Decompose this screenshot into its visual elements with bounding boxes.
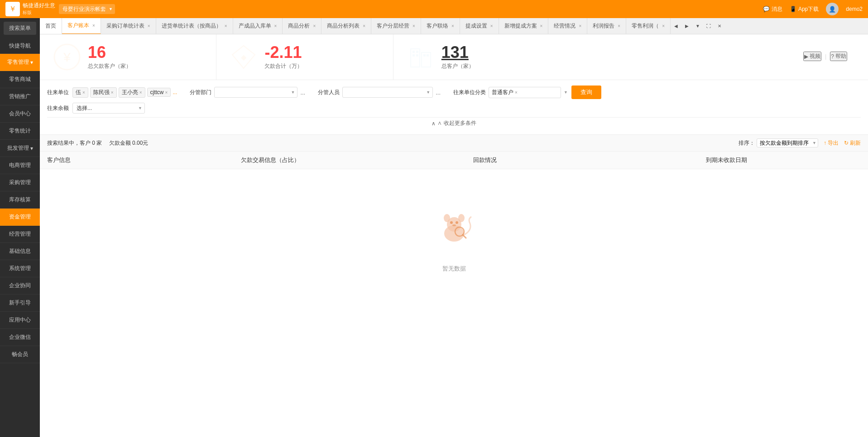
sidebar-item-retail-mall[interactable]: 零售商城 — [0, 71, 40, 88]
dept-select-wrap — [214, 87, 297, 98]
export-button[interactable]: ↑ 导出 — [824, 139, 839, 147]
tab-close-profit-report[interactable]: × — [618, 24, 620, 28]
app-download-button[interactable]: 📱 App下载 — [790, 5, 819, 13]
tab-product-analysis[interactable]: 商品分析 × — [283, 18, 321, 34]
collapse-button[interactable]: ∧ ∧ 收起更多条件 — [47, 118, 861, 129]
sidebar-label-retail-mgmt: 零售管理 — [7, 58, 29, 66]
tab-close-operation-status[interactable]: × — [579, 24, 581, 28]
sidebar-item-retail-stats[interactable]: 零售统计 — [0, 123, 40, 140]
balance-select[interactable]: 选择... — [72, 103, 145, 114]
tab-close-improve-settings[interactable]: × — [490, 24, 493, 28]
sort-select[interactable]: 按欠款金额到期排序 — [757, 138, 818, 147]
logo-icon: ￥ — [5, 2, 20, 16]
tab-profit-report[interactable]: 利润报告 × — [587, 18, 626, 34]
video-help-button[interactable]: ▶ 视频 — [803, 52, 821, 61]
tab-close-product-analysis[interactable]: × — [313, 24, 316, 28]
empty-text: 暂无数据 — [442, 265, 466, 273]
tab-improve-settings[interactable]: 提成设置 × — [460, 18, 499, 34]
messages-button[interactable]: 💬 消息 — [763, 5, 782, 13]
sidebar-item-newbie[interactable]: 新手引导 — [0, 294, 40, 312]
sidebar-item-finance[interactable]: 资金管理 — [0, 209, 40, 226]
sidebar-item-operation[interactable]: 经营管理 — [0, 226, 40, 243]
person-dots[interactable]: ... — [436, 89, 441, 96]
tab-close-customer-balance[interactable]: × — [92, 23, 95, 28]
sidebar-item-wholesale-mgmt[interactable]: 批发管理 ▾ — [0, 140, 40, 157]
tab-nav-menu[interactable]: ▼ — [692, 18, 703, 34]
tab-product-inbound[interactable]: 产成品入库单 × — [233, 18, 283, 34]
tab-fullscreen[interactable]: ⛶ — [703, 18, 714, 34]
collapse-arrow-icon: ∧ — [432, 120, 436, 127]
tab-close-all[interactable]: ✕ — [714, 18, 725, 34]
top-bar-left: ￥ 畅捷通好生意 标版 母婴行业演示帐套 — [5, 2, 115, 16]
tab-operation-status[interactable]: 经营情况 × — [548, 18, 587, 34]
sidebar-item-member-center[interactable]: 会员中心 — [0, 105, 40, 123]
tab-customer-contact[interactable]: 客户联络 × — [421, 18, 460, 34]
tab-close-purchase[interactable]: × — [148, 24, 150, 28]
tab-customer-segment[interactable]: 客户分层经营 × — [371, 18, 421, 34]
sidebar-item-membership[interactable]: 畅会员 — [0, 346, 40, 363]
query-button[interactable]: 查询 — [571, 86, 601, 99]
tab-nav-left[interactable]: ◀ — [671, 18, 681, 34]
filter-more-units[interactable]: ... — [173, 89, 177, 95]
tab-close-retail-profit[interactable]: × — [662, 24, 665, 28]
tab-label-product-analysis-list: 商品分析列表 — [327, 22, 360, 30]
tab-close-product-inbound[interactable]: × — [274, 24, 277, 28]
sidebar-item-purchase[interactable]: 采购管理 — [0, 174, 40, 191]
tab-nav-right[interactable]: ▶ — [681, 18, 692, 34]
category-select-arrow[interactable]: ▼ — [564, 90, 568, 95]
tab-product-analysis-list[interactable]: 商品分析列表 × — [321, 18, 371, 34]
tab-close-customer-contact[interactable]: × — [451, 24, 454, 28]
sidebar-item-retail-mgmt[interactable]: 零售管理 ▾ — [0, 54, 40, 71]
yuan-icon: ¥ — [53, 43, 81, 71]
tab-close-inbound[interactable]: × — [225, 24, 227, 28]
unit-label: 往来单位 — [47, 89, 69, 96]
tab-label-product-inbound: 产成品入库单 — [239, 22, 271, 30]
svg-rect-7 — [416, 51, 418, 53]
empty-state: 暂无数据 — [40, 169, 868, 309]
tab-new-improve[interactable]: 新增提成方案 × — [499, 18, 549, 34]
help-button[interactable]: ? 帮助 — [830, 52, 847, 61]
svg-point-18 — [458, 214, 465, 222]
tab-home[interactable]: 首页 — [40, 18, 62, 34]
tab-inbound-stats[interactable]: 进货单统计表（按商品） × — [156, 18, 233, 34]
filter-tag-cat-1-close[interactable]: × — [515, 90, 518, 95]
col-header-repay-info: 回款情况 — [473, 156, 705, 164]
all-customers-number: 131 — [441, 44, 474, 61]
sidebar-search-area: 搜索菜单 — [0, 18, 40, 38]
refresh-button[interactable]: ↻ 刷新 — [844, 139, 861, 147]
tab-close-new-improve[interactable]: × — [540, 24, 543, 28]
balance-label: 往来余额 — [47, 104, 69, 112]
sort-wrap: 排序： 按欠款金额到期排序 — [739, 138, 818, 147]
filter-tag-3-close[interactable]: × — [139, 90, 142, 95]
sidebar-item-ecommerce[interactable]: 电商管理 — [0, 157, 40, 174]
sidebar-item-app-center[interactable]: 应用中心 — [0, 312, 40, 329]
sidebar-search-button[interactable]: 搜索菜单 — [4, 22, 36, 35]
avatar[interactable]: 👤 — [826, 3, 839, 15]
sidebar-item-inventory[interactable]: 库存核算 — [0, 191, 40, 209]
filter-tag-1-close[interactable]: × — [82, 90, 85, 95]
tab-retail-profit[interactable]: 零售利润（ × — [626, 18, 671, 34]
sidebar-item-quick-nav[interactable]: 快捷导航 — [0, 38, 40, 54]
sidebar-item-enterprise[interactable]: 企业协同 — [0, 277, 40, 294]
dept-input[interactable] — [214, 87, 297, 98]
tab-customer-balance[interactable]: 客户账本 × — [62, 18, 101, 34]
tab-close-product-analysis-list[interactable]: × — [363, 24, 365, 28]
filter-tag-2-close[interactable]: × — [111, 90, 114, 95]
person-input[interactable] — [342, 87, 433, 98]
sidebar-item-system[interactable]: 系统管理 — [0, 260, 40, 277]
filter-tag-4-close[interactable]: × — [165, 90, 168, 95]
tab-purchase-order-stats[interactable]: 采购订单统计表 × — [101, 18, 156, 34]
table-header: 客户信息 欠款交易信息（占比） 回款情况 到期未收款日期 — [40, 152, 868, 169]
dept-label: 分管部门 — [190, 89, 211, 96]
dept-dots[interactable]: ... — [300, 89, 305, 96]
logo[interactable]: ￥ 畅捷通好生意 标版 — [5, 2, 55, 16]
messages-label: 消息 — [772, 5, 782, 13]
bell-icon: 💬 — [763, 6, 770, 12]
tab-close-customer-segment[interactable]: × — [412, 24, 415, 28]
sidebar-item-wechat[interactable]: 企业微信 — [0, 329, 40, 346]
stat-total-debt: ◆ -2.11 欠款合计（万） — [216, 34, 393, 80]
sidebar-item-marketing[interactable]: 营销推广 — [0, 88, 40, 105]
user-name[interactable]: demo2 — [846, 6, 863, 12]
store-selector[interactable]: 母婴行业演示帐套 — [59, 4, 115, 14]
sidebar-item-basic-info[interactable]: 基础信息 — [0, 243, 40, 260]
